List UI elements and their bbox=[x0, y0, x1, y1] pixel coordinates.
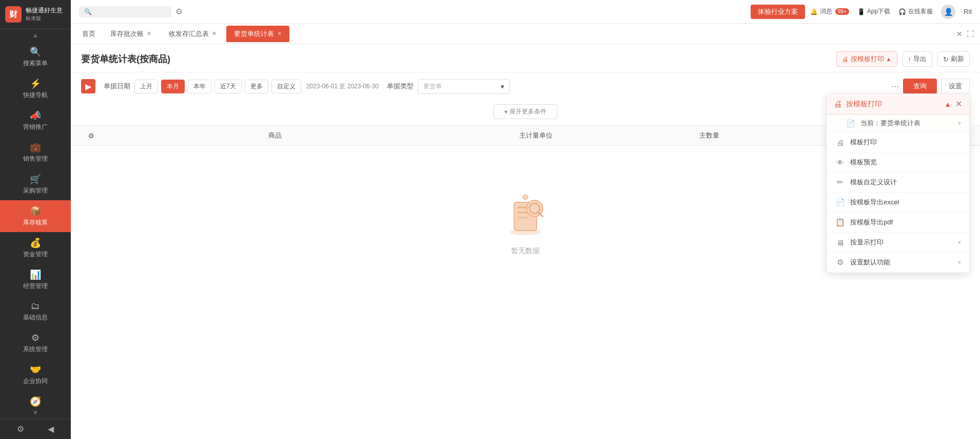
quicknav-icon: ⚡ bbox=[30, 78, 41, 89]
template-print-label: 按模板打印 bbox=[851, 54, 884, 64]
table-col-unit: 主计量单位 bbox=[449, 131, 622, 140]
download-icon: 📱 bbox=[857, 8, 865, 15]
sidebar-item-marketing[interactable]: 📣 营销推广 bbox=[0, 105, 71, 137]
template-design-label: 模板自定义设计 bbox=[850, 178, 961, 187]
expand-window-icon[interactable]: ⛶ bbox=[967, 30, 974, 38]
current-template-label: 当前：要货单统计表 bbox=[860, 119, 953, 128]
tab-close-order-stats[interactable]: ✕ bbox=[277, 30, 282, 37]
chevron-up-icon: ▲ bbox=[886, 56, 892, 62]
message-btn[interactable]: 🔔 消息 99+ bbox=[810, 7, 849, 16]
sidebar-item-operation[interactable]: 📊 经营管理 bbox=[0, 264, 71, 296]
trial-btn[interactable]: 体验行业方案 bbox=[751, 5, 805, 19]
sidebar-item-inventory[interactable]: 📦 库存核算 bbox=[0, 200, 71, 232]
collapse-sidebar-icon[interactable]: ◀ bbox=[48, 424, 54, 434]
sidebar-item-collab[interactable]: 🤝 企业协同 bbox=[0, 359, 71, 391]
dropdown-item-template-design[interactable]: ✏ 模板自定义设计 bbox=[827, 173, 969, 193]
tab-label: 库存批次账 bbox=[110, 29, 144, 39]
dropdown-close-btn[interactable]: ✕ bbox=[955, 99, 962, 109]
topbar-search-box[interactable]: 🔍 bbox=[79, 6, 171, 17]
refresh-label: 刷新 bbox=[951, 54, 964, 64]
sidebar-item-basic[interactable]: 🗂 基础信息 bbox=[0, 296, 71, 327]
export-pdf-label: 按模板导出pdf bbox=[850, 218, 961, 227]
app-download-btn[interactable]: 📱 App下载 bbox=[857, 7, 890, 16]
export-excel-label: 按模板导出excel bbox=[850, 198, 961, 207]
table-col-quantity: 主数量 bbox=[622, 131, 796, 140]
sidebar-item-guide[interactable]: 🧭 新手引导 bbox=[0, 391, 71, 407]
message-badge: 99+ bbox=[835, 8, 849, 15]
file-icon: 📄 bbox=[845, 119, 855, 127]
username: Rit bbox=[964, 8, 972, 15]
sidebar-scroll-up[interactable]: ▲ bbox=[0, 29, 71, 41]
dropdown-section-default-func[interactable]: ⚙ 设置默认功能 ▾ bbox=[827, 253, 969, 273]
date-btn-last7[interactable]: 近7天 bbox=[214, 80, 242, 93]
display-print-label: 按显示打印 bbox=[850, 238, 953, 247]
order-type-select[interactable]: 要货单 ▾ bbox=[418, 79, 510, 94]
dropdown-item-template-preview[interactable]: 👁 模板预览 bbox=[827, 152, 969, 173]
display-print-icon: 🖥 bbox=[835, 238, 845, 247]
logo-text: 畅捷通好生意 bbox=[26, 7, 63, 15]
tab-label: 收发存汇总表 bbox=[169, 29, 209, 39]
table-col-settings[interactable]: ⚙ bbox=[81, 132, 102, 140]
date-btn-current-year[interactable]: 本年 bbox=[188, 80, 211, 93]
sidebar-item-quick-nav[interactable]: ⚡ 快捷导航 bbox=[0, 73, 71, 105]
search-icon: 🔍 bbox=[30, 46, 41, 58]
design-icon: ✏ bbox=[835, 178, 845, 187]
avatar[interactable]: 👤 bbox=[941, 5, 955, 19]
sidebar-item-purchase[interactable]: 🛒 采购管理 bbox=[0, 168, 71, 200]
topbar: 🔍 ⚙ 体验行业方案 🔔 消息 99+ 📱 App下载 🎧 在线客服 👤 bbox=[71, 0, 980, 24]
order-type-placeholder: 要货单 bbox=[423, 82, 442, 91]
sales-icon: 💼 bbox=[30, 142, 41, 153]
template-print-btn[interactable]: 🖨 按模板打印 ▲ bbox=[836, 51, 897, 67]
tab-receivable-summary[interactable]: 收发存汇总表 ✕ bbox=[161, 26, 224, 42]
settings-btn[interactable]: 设置 bbox=[941, 79, 970, 94]
settings-footer-icon[interactable]: ⚙ bbox=[17, 424, 24, 434]
sidebar-item-sales[interactable]: 💼 销售管理 bbox=[0, 137, 71, 168]
basic-icon: 🗂 bbox=[31, 301, 40, 312]
online-service-btn[interactable]: 🎧 在线客服 bbox=[898, 7, 933, 16]
dropdown-item-template-print[interactable]: 🖨 模板打印 bbox=[827, 132, 969, 152]
marketing-icon: 📣 bbox=[30, 110, 41, 121]
date-btn-more[interactable]: 更多 bbox=[245, 80, 268, 93]
query-btn[interactable]: 查询 bbox=[903, 79, 937, 94]
gear-icon[interactable]: ⚙ bbox=[175, 7, 183, 16]
sidebar-item-label: 资金管理 bbox=[23, 250, 48, 259]
template-print-dropdown: 🖨 按模板打印 ▲ ✕ 📄 当前：要货单统计表 ▾ 🖨 模板打印 � bbox=[826, 93, 970, 273]
guide-icon: 🧭 bbox=[30, 396, 41, 407]
main-area: 🔍 ⚙ 体验行业方案 🔔 消息 99+ 📱 App下载 🎧 在线客服 👤 bbox=[71, 0, 980, 439]
more-options-icon[interactable]: ··· bbox=[891, 81, 899, 92]
avatar-icon: 👤 bbox=[944, 8, 953, 16]
date-btn-prev-month[interactable]: 上月 bbox=[134, 80, 158, 93]
svg-rect-4 bbox=[517, 217, 527, 219]
export-label: 导出 bbox=[913, 54, 927, 64]
export-btn[interactable]: ↑ 导出 bbox=[903, 51, 933, 67]
dropdown-current-template[interactable]: 📄 当前：要货单统计表 ▾ bbox=[827, 114, 969, 132]
date-btn-custom[interactable]: 自定义 bbox=[271, 80, 301, 93]
settings-col-icon: ⚙ bbox=[88, 132, 94, 140]
close-all-tabs-icon[interactable]: ✕ bbox=[956, 30, 963, 38]
purchase-icon: 🛒 bbox=[30, 174, 41, 185]
tab-inventory-batch[interactable]: 库存批次账 ✕ bbox=[103, 26, 159, 42]
operation-icon: 📊 bbox=[30, 269, 41, 280]
tab-close-receivable-summary[interactable]: ✕ bbox=[212, 30, 217, 37]
expand-icon: ▾ bbox=[504, 108, 507, 116]
sidebar-item-search[interactable]: 🔍 搜索菜单 bbox=[0, 41, 71, 73]
date-btn-current-month[interactable]: 本月 bbox=[161, 80, 185, 93]
tab-home[interactable]: 首页 bbox=[77, 26, 101, 42]
dropdown-section-display-print[interactable]: 🖥 按显示打印 ▾ bbox=[827, 233, 969, 253]
refresh-btn[interactable]: ↻ 刷新 bbox=[937, 51, 970, 67]
dropdown-chevron-up[interactable]: ▲ bbox=[944, 100, 951, 108]
sidebar-scroll-down[interactable]: ▼ bbox=[0, 407, 71, 418]
tab-order-stats[interactable]: 要货单统计表 ✕ bbox=[226, 26, 289, 42]
page-title: 要货单统计表(按商品) bbox=[81, 53, 170, 65]
order-type-chevron: ▾ bbox=[501, 83, 504, 90]
tab-close-inventory-batch[interactable]: ✕ bbox=[147, 30, 151, 37]
sidebar-logo: 财 畅捷通好生意 标准版 bbox=[0, 0, 71, 29]
sidebar-item-finance[interactable]: 💰 资金管理 bbox=[0, 232, 71, 264]
filter-expand-btn[interactable]: ▶ bbox=[81, 79, 95, 93]
empty-illustration bbox=[500, 187, 551, 238]
dropdown-item-export-pdf[interactable]: 📋 按模板导出pdf bbox=[827, 213, 969, 233]
svg-point-8 bbox=[523, 195, 528, 200]
dropdown-item-export-excel[interactable]: 📄 按模板导出excel bbox=[827, 193, 969, 213]
expand-more-btn[interactable]: ▾ 展开更多条件 bbox=[494, 104, 557, 119]
sidebar-item-system[interactable]: ⚙ 系统管理 bbox=[0, 327, 71, 359]
